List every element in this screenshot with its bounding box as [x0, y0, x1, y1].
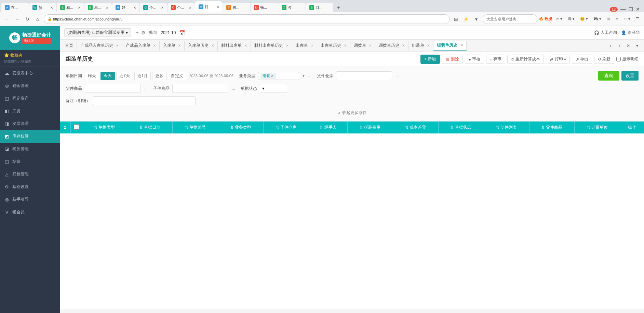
bottom-scrollbar[interactable] — [60, 309, 644, 313]
user-info[interactable]: 👤 徐泽华 — [621, 30, 640, 35]
page-tab-production-in-history[interactable]: 产成品入库单历史 ✕ — [77, 41, 122, 51]
select-all-checkbox[interactable] — [73, 124, 79, 130]
remark-input[interactable] — [93, 96, 196, 105]
page-tab-out[interactable]: 出库单 ✕ — [292, 41, 317, 51]
new-tab-button[interactable]: ＋ — [334, 3, 343, 12]
table-header-cost-diff[interactable]: ⇅ 成本差异 — [393, 122, 438, 133]
browser-tab-9[interactable]: T 腾... — [223, 3, 250, 12]
company-selector[interactable]: (勿删勿禁用) 江西服宝测试专用 ▾ — [64, 28, 131, 37]
bill-status-select[interactable]: ▾ — [260, 84, 287, 93]
browser-close-btn[interactable]: ✕ — [636, 6, 640, 12]
show-detail-checkbox-wrapper[interactable]: 显示明细 — [616, 56, 639, 62]
browser-tab-7[interactable]: C 企... ✕ — [167, 3, 195, 12]
menu-button[interactable]: ☰ — [634, 16, 641, 22]
tab-close-icon[interactable]: ✕ — [178, 44, 181, 47]
tab-close-icon[interactable]: ✕ — [133, 6, 136, 10]
sidebar-item-cloud-report[interactable]: ☁ 云报表中心 — [0, 67, 60, 80]
browser-tab-3[interactable]: E 易... ✕ — [57, 3, 84, 12]
collapse-button[interactable]: ∧ 收起更多条件 — [338, 109, 367, 117]
scissors-tool[interactable]: ✂ ▾ — [554, 16, 564, 22]
print-button[interactable]: 🖨 打印 ▾ — [546, 55, 570, 64]
tab-close-icon[interactable]: ✕ — [344, 44, 347, 47]
tab-close-icon[interactable]: ✕ — [216, 5, 219, 9]
gear-btn[interactable]: ⚙ — [141, 30, 146, 35]
table-header-business-type[interactable]: ⇅ 业务类型 — [218, 122, 264, 133]
reload-button[interactable]: ↻ — [23, 15, 31, 23]
tab-close-icon[interactable]: ✕ — [369, 44, 372, 47]
lightning-button[interactable]: ⚡ — [462, 15, 470, 23]
browser-tab-8[interactable]: H 好... ✕ — [195, 1, 223, 12]
table-header-bill-type[interactable]: ⇅ 单据类型 — [82, 122, 127, 133]
child-goods-input[interactable] — [172, 84, 228, 93]
tab-close-icon[interactable]: ✕ — [153, 44, 156, 47]
query-button[interactable]: 查询 — [598, 71, 619, 81]
browser-tab-2[interactable]: W 新... ✕ — [29, 3, 56, 12]
calendar-icon[interactable]: 📅 — [179, 30, 185, 35]
page-tab-material-out-history[interactable]: 材料出库单历史 ✕ — [251, 41, 292, 51]
tab-close-icon[interactable]: ✕ — [244, 44, 247, 47]
sidebar-item-tax[interactable]: ◪ 税务管理 — [0, 143, 60, 155]
sidebar-item-fixed-assets[interactable]: ◫ 固定资产 — [0, 92, 60, 105]
child-goods-dots[interactable]: ... — [232, 86, 235, 91]
tag-remove-icon[interactable]: ✕ — [271, 74, 274, 78]
table-header-bill-date[interactable]: ⇅ 单据日期 — [127, 122, 173, 133]
tab-more-menu[interactable]: ▾ — [633, 42, 641, 50]
gear-settings-icon[interactable]: ⚙ — [63, 125, 67, 130]
service-link[interactable]: 🎧 人工咨询 — [594, 30, 617, 35]
browser-tab-4[interactable]: E 易... ✕ — [84, 3, 112, 12]
sidebar-item-checkout[interactable]: ◫ 结账 — [0, 155, 60, 168]
export-button[interactable]: ↗ 导出 — [572, 55, 592, 64]
qr-button[interactable]: ⊞ — [452, 15, 460, 23]
page-tab-transfer[interactable]: 调拨单 ✕ — [350, 41, 375, 51]
sidebar-item-payroll[interactable]: ◧ 工资 — [0, 105, 60, 117]
table-header-parent-list[interactable]: ⇅ 父件列表 — [484, 122, 529, 133]
undo-tool[interactable]: ↩ ▾ — [622, 16, 632, 22]
parent-warehouse-dots[interactable]: ... — [395, 73, 399, 78]
emoji-tool[interactable]: 😊 ▾ — [578, 16, 590, 22]
tab-close-icon[interactable]: ✕ — [286, 44, 289, 47]
page-tab-home[interactable]: 首页 — [62, 41, 77, 51]
tab-close-icon[interactable]: ✕ — [189, 6, 191, 10]
tab-close-icon[interactable]: ✕ — [106, 6, 108, 10]
sidebar-item-invoice[interactable]: ◨ 发票管理 — [0, 117, 60, 130]
business-type-dropdown-icon[interactable]: ▾ — [303, 73, 305, 78]
tab-close-icon[interactable]: ✕ — [402, 44, 405, 47]
table-header-gear[interactable]: ⚙ — [60, 122, 70, 133]
tab-close-icon[interactable]: ✕ — [211, 44, 214, 47]
browser-tab-12[interactable]: S 目... — [306, 3, 333, 12]
tab-close-all[interactable]: ✕ — [624, 42, 632, 50]
today-btn[interactable]: 今天 — [100, 72, 115, 80]
browser-tab-11[interactable]: X 各... — [278, 3, 306, 12]
favorites-shortcut[interactable]: 快捷键打开收藏夹 — [4, 59, 56, 64]
tab-close-icon[interactable]: ✕ — [311, 44, 313, 47]
tab-close-icon[interactable]: ✕ — [161, 6, 164, 10]
address-bar[interactable]: 🔒 https://cloud.chanjet.com/accounting/u… — [44, 14, 450, 24]
show-detail-checkbox[interactable] — [616, 57, 621, 61]
browser-search-input[interactable] — [483, 14, 537, 24]
page-tab-production-in[interactable]: 产成品入库单 ✕ — [122, 41, 160, 51]
business-type-input[interactable]: 组装 ✕ — [258, 72, 299, 80]
yesterday-btn[interactable]: 昨天 — [85, 72, 99, 80]
browser-maximize-btn[interactable]: ❐ — [629, 6, 633, 12]
business-type-more-icon[interactable]: ... — [308, 73, 311, 78]
abandon-button[interactable]: ○ 弃审 — [486, 55, 505, 64]
table-header-child-warehouse[interactable]: ⇅ 子件仓库 — [264, 122, 309, 133]
table-header-parent-goods[interactable]: ⇅ 父件商品 — [529, 122, 575, 133]
table-header-unit[interactable]: ⇅ 计量单位 — [575, 122, 620, 133]
dropdown-button[interactable]: ▾ — [472, 15, 481, 23]
sidebar-item-guide[interactable]: ◎ 新手引导 — [0, 193, 60, 206]
browser-tab-10[interactable]: M 畅... — [251, 3, 278, 12]
page-tab-material-out[interactable]: 材料出库单 ✕ — [218, 41, 251, 51]
tab-scroll-right[interactable]: › — [615, 42, 623, 50]
month-btn[interactable]: 近1月 — [134, 72, 151, 80]
recalc-button[interactable]: ↻ 重新计算成本 — [507, 55, 544, 64]
page-tab-out-history[interactable]: 出库单历史 ✕ — [317, 41, 350, 51]
grid-tool[interactable]: ⊞ — [605, 16, 612, 22]
sidebar-item-settings[interactable]: ⚙ 基础设置 — [0, 181, 60, 193]
page-tab-assembly[interactable]: 组装单 ✕ — [408, 41, 433, 51]
add-button[interactable]: + 新增 — [420, 55, 440, 64]
sidebar-item-archive[interactable]: ◬ 归档管理 — [0, 168, 60, 181]
browser-tab-6[interactable]: G 个... ✕ — [140, 3, 167, 12]
week-btn[interactable]: 近7天 — [116, 72, 133, 80]
table-header-checkbox[interactable] — [70, 122, 82, 133]
